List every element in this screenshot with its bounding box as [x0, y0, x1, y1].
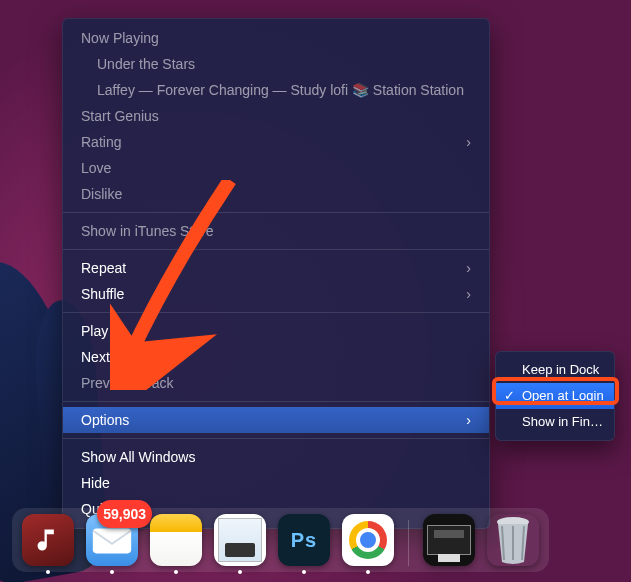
menu-love[interactable]: Love [63, 155, 489, 181]
dock: 59,903 Ps [12, 508, 549, 572]
menu-now-playing-track[interactable]: Under the Stars [63, 51, 489, 77]
mail-badge-count: 59,903 [103, 506, 146, 522]
chevron-right-icon: › [466, 284, 471, 304]
menu-label: Laffey — Forever Changing — Study lofi 📚… [97, 80, 471, 100]
menu-label: Show All Windows [81, 447, 471, 467]
chevron-right-icon: › [466, 132, 471, 152]
menu-label: Play [81, 321, 471, 341]
mail-badge: 59,903 [97, 500, 152, 528]
music-note-icon [34, 526, 62, 554]
preview-icon [218, 518, 262, 562]
submenu-keep-in-dock[interactable]: Keep in Dock [496, 357, 614, 383]
menu-options[interactable]: Options › [63, 407, 489, 433]
chevron-right-icon: › [466, 258, 471, 278]
running-indicator-dot [174, 570, 178, 574]
dock-app-preview[interactable] [214, 514, 266, 566]
options-submenu: Keep in Dock ✓ Open at Login Show in Fin… [495, 351, 615, 441]
menu-show-all-windows[interactable]: Show All Windows [63, 444, 489, 470]
menu-repeat[interactable]: Repeat › [63, 255, 489, 281]
menu-label: Repeat [81, 258, 458, 278]
menu-previous-track[interactable]: Previous Track [63, 370, 489, 396]
running-indicator-dot [366, 570, 370, 574]
menu-shuffle[interactable]: Shuffle › [63, 281, 489, 307]
menu-label: Options [81, 410, 458, 430]
menu-label: Open at Login [522, 386, 604, 406]
menu-separator [63, 212, 489, 213]
menu-hide[interactable]: Hide [63, 470, 489, 496]
menu-show-in-store[interactable]: Show in iTunes Store [63, 218, 489, 244]
dock-trash[interactable] [487, 514, 539, 566]
menu-separator [63, 249, 489, 250]
menu-label: Rating [81, 132, 458, 152]
menu-separator [63, 401, 489, 402]
dock-context-menu: Now Playing Under the Stars Laffey — For… [62, 18, 490, 529]
running-indicator-dot [46, 570, 50, 574]
printer-icon [427, 525, 471, 555]
menu-rating[interactable]: Rating › [63, 129, 489, 155]
menu-dislike[interactable]: Dislike [63, 181, 489, 207]
dock-app-printer[interactable] [423, 514, 475, 566]
dock-app-mail[interactable]: 59,903 [86, 514, 138, 566]
menu-label: Love [81, 158, 471, 178]
menu-start-genius[interactable]: Start Genius [63, 103, 489, 129]
running-indicator-dot [110, 570, 114, 574]
menu-now-playing-header: Now Playing [63, 25, 489, 51]
menu-now-playing-source[interactable]: Laffey — Forever Changing — Study lofi 📚… [63, 77, 489, 103]
submenu-open-at-login[interactable]: ✓ Open at Login [496, 383, 614, 409]
menu-label: Previous Track [81, 373, 471, 393]
dock-app-photoshop[interactable]: Ps [278, 514, 330, 566]
menu-separator [63, 438, 489, 439]
menu-play[interactable]: Play [63, 318, 489, 344]
menu-label: Shuffle [81, 284, 458, 304]
menu-label: Keep in Dock [522, 360, 604, 380]
menu-label: Hide [81, 473, 471, 493]
dock-app-music[interactable] [22, 514, 74, 566]
menu-label: Show in iTunes Store [81, 221, 471, 241]
photoshop-icon: Ps [291, 529, 317, 552]
menu-label: Dislike [81, 184, 471, 204]
submenu-show-in-finder[interactable]: Show in Finder [496, 409, 614, 435]
menu-next-track[interactable]: Next Track [63, 344, 489, 370]
dock-app-chrome[interactable] [342, 514, 394, 566]
svg-rect-0 [93, 529, 131, 554]
chevron-right-icon: › [466, 410, 471, 430]
menu-label: Start Genius [81, 106, 471, 126]
menu-label: Show in Finder [522, 412, 604, 432]
trash-icon [490, 514, 536, 566]
menu-separator [63, 312, 489, 313]
menu-label: Now Playing [81, 28, 471, 48]
chrome-icon [349, 521, 387, 559]
running-indicator-dot [238, 570, 242, 574]
menu-label: Under the Stars [97, 54, 471, 74]
check-icon: ✓ [504, 386, 515, 406]
running-indicator-dot [302, 570, 306, 574]
dock-separator [408, 520, 409, 566]
dock-app-notes[interactable] [150, 514, 202, 566]
menu-label: Next Track [81, 347, 471, 367]
